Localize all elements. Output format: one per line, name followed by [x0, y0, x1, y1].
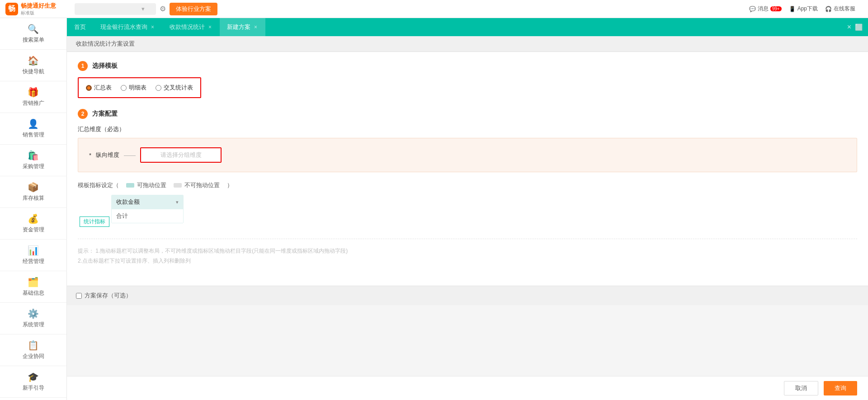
sidebar-item-nav[interactable]: 🏠 快捷导航: [0, 50, 66, 81]
dimension-label-text: 纵向维度: [96, 151, 119, 159]
tab-label: 现金银行流水查询: [100, 23, 147, 31]
radio-cross-input[interactable]: [156, 85, 161, 91]
tab-bar: 首页 现金银行流水查询 × 收款情况统计 × 新建方案 × × ⬜: [67, 18, 868, 36]
sidebar-item-search[interactable]: 🔍 搜索菜单: [0, 18, 66, 50]
step1-header: 1 选择模板: [78, 61, 857, 71]
radio-summary-label: 汇总表: [94, 84, 112, 92]
tab-close-icon[interactable]: ×: [253, 24, 258, 31]
cancel-button[interactable]: 取消: [784, 381, 818, 395]
marketing-icon: 🎁: [28, 87, 39, 98]
save-checkbox[interactable]: [76, 293, 82, 299]
content-area: 首页 现金银行流水查询 × 收款情况统计 × 新建方案 × × ⬜: [67, 18, 868, 400]
sidebar-item-operations[interactable]: 📊 经营管理: [0, 240, 66, 271]
tab-label: 新建方案: [227, 23, 250, 31]
topbar: 畅 畅捷通好生意 标准版 ▾ ⚙ 体验行业方案 💬 消息 99+ 📱 App下载…: [0, 0, 868, 18]
inventory-icon: 📦: [28, 182, 39, 193]
sidebar-item-guide[interactable]: 🎓 新手引导: [0, 366, 66, 398]
step2-number: 2: [78, 109, 88, 119]
sidebar-item-label: 资金管理: [23, 226, 44, 234]
purchase-icon: 🛍️: [28, 150, 39, 161]
tab-home[interactable]: 首页: [67, 18, 93, 36]
legend-draggable: 可拖动位置: [126, 181, 166, 189]
sidebar-item-inventory[interactable]: 📦 库存核算: [0, 176, 66, 208]
sidebar-item-label: 营销推广: [23, 99, 44, 107]
download-icon: 📱: [789, 6, 796, 12]
service-icon: 🎧: [825, 6, 832, 12]
sidebar-item-label: 经营管理: [23, 258, 44, 265]
sidebar-item-label: 基础信息: [23, 289, 44, 297]
sidebar-item-finance[interactable]: 💰 资金管理: [0, 208, 66, 240]
metrics-table-header[interactable]: 收款金额 ▾: [112, 195, 183, 209]
step1-title: 选择模板: [92, 62, 118, 70]
chevron-down-icon[interactable]: ▾: [142, 5, 145, 12]
tab-new-plan[interactable]: 新建方案 ×: [220, 18, 265, 36]
message-button[interactable]: 💬 消息 99+: [749, 5, 782, 13]
guide-icon: 🎓: [28, 372, 39, 382]
finance-icon: 💰: [28, 213, 39, 224]
window-maximize-icon[interactable]: ⬜: [855, 24, 863, 31]
sidebar-item-label: 采购管理: [23, 163, 44, 170]
operations-icon: 📊: [28, 245, 39, 256]
sidebar-item-label: 搜索菜单: [23, 36, 44, 44]
message-badge: 99+: [770, 6, 782, 11]
app-download-button[interactable]: 📱 App下载: [789, 5, 818, 13]
metrics-table: 收款金额 ▾ 合计: [111, 195, 184, 223]
breadcrumb: 收款情况统计方案设置: [67, 36, 868, 52]
sidebar-item-label: 系统管理: [23, 321, 44, 329]
tab-cash-bank[interactable]: 现金银行流水查询 ×: [93, 18, 162, 36]
sidebar-item-basic-info[interactable]: 🗂️ 基础信息: [0, 271, 66, 303]
sidebar-item-label: 快捷导航: [23, 68, 44, 75]
draggable-icon: [126, 183, 134, 188]
dimension-area: * 纵向维度 —— 请选择分组维度: [78, 138, 857, 172]
window-close-icon[interactable]: ×: [847, 23, 851, 31]
chevron-down-icon[interactable]: ▾: [176, 199, 179, 205]
tab-collection-stats[interactable]: 收款情况统计 ×: [162, 18, 220, 36]
sidebar-item-sales[interactable]: 👤 销售管理: [0, 113, 66, 145]
step1-section: 1 选择模板 汇总表 明细表: [78, 61, 857, 98]
sidebar-item-enterprise[interactable]: 📋 企业协同: [0, 334, 66, 366]
topbar-search-area[interactable]: ▾: [75, 3, 156, 15]
radio-summary-table[interactable]: 汇总表: [86, 84, 112, 92]
tab-close-icon[interactable]: ×: [150, 24, 155, 31]
topbar-search-input[interactable]: [78, 6, 142, 12]
logo-text: 畅捷通好生意: [21, 2, 56, 10]
dimension-row: * 纵向维度 —— 请选择分组维度: [89, 147, 846, 163]
tab-label: 首页: [74, 23, 86, 31]
step2-section: 2 方案配置 汇总维度（必选） * 纵向维度 ——: [78, 109, 857, 266]
save-option[interactable]: 方案保存（可选）: [76, 292, 859, 300]
gear-icon[interactable]: ⚙: [160, 5, 166, 13]
radio-detail-input[interactable]: [121, 85, 127, 91]
sidebar-item-purchase[interactable]: 🛍️ 采购管理: [0, 145, 66, 176]
topbar-middle: ▾ ⚙ 体验行业方案: [75, 3, 749, 15]
metrics-setting-label: 模板指标设定（: [78, 181, 119, 189]
radio-cross-label: 交叉统计表: [164, 84, 193, 92]
radio-cross-table[interactable]: 交叉统计表: [156, 84, 193, 92]
message-icon: 💬: [749, 6, 756, 12]
logo-icon: 畅: [5, 3, 18, 15]
query-button[interactable]: 查询: [824, 381, 857, 395]
radio-detail-table[interactable]: 明细表: [121, 84, 146, 92]
dimension-selector[interactable]: 请选择分组维度: [140, 147, 222, 163]
sales-icon: 👤: [28, 118, 39, 129]
sidebar-item-system[interactable]: ⚙️ 系统管理: [0, 303, 66, 334]
subsection-label: 汇总维度（必选）: [78, 125, 857, 133]
metrics-area: 统计指标 收款金额 ▾ 合计: [78, 195, 857, 230]
bottom-action-bar: 取消 查询: [67, 376, 868, 400]
industry-solution-button[interactable]: 体验行业方案: [170, 3, 217, 15]
search-icon: 🔍: [28, 24, 39, 34]
sidebar-item-marketing[interactable]: 🎁 营销推广: [0, 81, 66, 113]
main-layout: 🔍 搜索菜单 🏠 快捷导航 🎁 营销推广 👤 销售管理 🛍️ 采购管理 📦 库存…: [0, 18, 868, 400]
tab-bar-right: × ⬜: [847, 23, 868, 31]
tab-close-icon[interactable]: ×: [208, 24, 212, 31]
sidebar-item-hardware[interactable]: 📱 智能硬件: [0, 398, 66, 400]
system-icon: ⚙️: [28, 308, 39, 319]
sidebar-item-label: 企业协同: [23, 353, 44, 360]
fixed-icon: [174, 183, 182, 188]
online-service-button[interactable]: 🎧 在线客服: [825, 5, 855, 13]
topbar-right: 💬 消息 99+ 📱 App下载 🎧 在线客服: [749, 5, 863, 13]
metrics-table-row: 合计: [112, 209, 183, 223]
enterprise-icon: 📋: [28, 340, 39, 351]
logo-badge: 标准版: [21, 10, 56, 16]
radio-summary-input[interactable]: [86, 85, 92, 91]
tab-label: 收款情况统计: [170, 23, 205, 31]
